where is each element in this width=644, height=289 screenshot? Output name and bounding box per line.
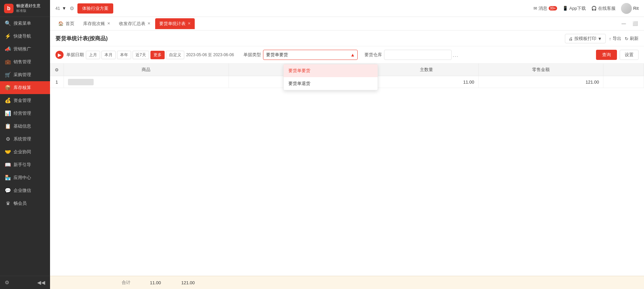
sidebar-item-企业协同[interactable]: 🤝企业协同 [0, 146, 50, 158]
gear-icon[interactable]: ⚙ [70, 5, 74, 12]
sidebar-icon: 🛒 [5, 72, 11, 78]
sidebar-item-经营管理[interactable]: 📊经营管理 [0, 107, 50, 120]
topbar-left: 41 ▼ ⚙ 体验行业方案 [55, 3, 113, 14]
tab-order-stats-close[interactable]: ✕ [188, 21, 191, 26]
app-download-label: App下载 [569, 5, 586, 12]
chevron-down-icon[interactable]: ▼ [62, 6, 66, 11]
tabbar-right: — ⬜ [619, 19, 640, 28]
sidebar-item-快捷导航[interactable]: ⚡快捷导航 [0, 30, 50, 43]
sidebar-item-企业微信[interactable]: 💬企业微信 [0, 184, 50, 197]
sidebar-icon: 💬 [5, 187, 11, 194]
export-button[interactable]: ↑ 导出 [609, 36, 622, 42]
sidebar-item-库存核算[interactable]: 📦库存核算 [0, 81, 50, 94]
edition-label: 标准版 [16, 8, 41, 13]
sidebar-item-应用中心[interactable]: 🏪应用中心 [0, 171, 50, 184]
table-footer: 合计 11.00 121.00 [50, 276, 644, 289]
avatar [621, 3, 632, 14]
tab-receipt-summary-close[interactable]: ✕ [147, 21, 150, 26]
type-filter-arrow[interactable]: ▲ [350, 52, 355, 58]
th-qty: 主数量 [375, 64, 478, 76]
sidebar-item-畅会员[interactable]: ♛畅会员 [0, 197, 50, 210]
filter-expand-button[interactable]: ▶ [55, 51, 64, 59]
sidebar-icon: 🏪 [5, 175, 11, 181]
logo-text-block: 畅捷通好生意 标准版 [16, 3, 41, 14]
footer-qty: 11.00 [130, 280, 161, 285]
sidebar-item-采购管理[interactable]: 🛒采购管理 [0, 68, 50, 81]
sidebar-icon: ♛ [5, 200, 11, 206]
type-filter-group: 单据类型 ▲ [243, 50, 355, 60]
warehouse-filter-label: 要货仓库 [364, 52, 382, 58]
tab-minimize[interactable]: — [619, 19, 628, 28]
messages-action[interactable]: ✉ 消息 99+ [533, 5, 557, 12]
tab-receipt-summary-label: 收发存汇总表 [119, 21, 145, 27]
tab-order-stats[interactable]: 要货单统计表 ✕ [155, 18, 195, 29]
sidebar-item-资金管理[interactable]: 💰资金管理 [0, 94, 50, 107]
sidebar-icon: 💰 [5, 97, 11, 104]
print-button[interactable]: 🖨 按模板打印 ▼ [565, 34, 606, 43]
table-wrapper: ⚙ 商品 主计量单位 主数量 零售金额 1 ████ 块 11.00 121.0 [50, 64, 644, 276]
date-buttons: 上月 本月 本年 近7天 更多 自定义 [86, 51, 184, 59]
setting-button[interactable]: 设置 [620, 50, 639, 60]
type-filter-input[interactable] [263, 50, 358, 60]
sidebar-icon: ⚡ [5, 33, 11, 39]
user-avatar[interactable]: Rit [621, 3, 639, 14]
refresh-button[interactable]: ↻ 刷新 [625, 36, 639, 42]
topbar-right: ✉ 消息 99+ 📱 App下载 🎧 在线客服 Rit [533, 3, 639, 14]
tab-receipt-summary[interactable]: 收发存汇总表 ✕ [115, 18, 154, 29]
sidebar-icon: 📖 [5, 162, 11, 168]
sidebar-icon: 📋 [5, 123, 11, 129]
sidebar-item-新手引导[interactable]: 📖新手引导 [0, 158, 50, 171]
collapse-icon[interactable]: ◀◀ [37, 280, 45, 286]
sidebar-item-销售管理[interactable]: 💼销售管理 [0, 55, 50, 68]
7days-btn[interactable]: 近7天 [133, 51, 149, 59]
tab-inventory-batch[interactable]: 库存批次账 ✕ [79, 18, 114, 29]
online-service-action[interactable]: 🎧 在线客服 [591, 5, 616, 12]
trial-button[interactable]: 体验行业方案 [77, 3, 113, 14]
dropdown-item-1[interactable]: 要货单退货 [284, 77, 378, 90]
refresh-icon: ↻ [625, 36, 628, 41]
sidebar-item-营销推广[interactable]: 📣营销推广 [0, 43, 50, 55]
cur-month-btn[interactable]: 本月 [101, 51, 116, 59]
type-dropdown: 要货单要货 要货单退货 [283, 64, 378, 90]
th-extra [603, 64, 644, 76]
sidebar-item-系统管理[interactable]: ⚙系统管理 [0, 133, 50, 146]
filter-bar: ▶ 单据日期 上月 本月 本年 近7天 更多 自定义 2023-05-06 至 … [50, 46, 644, 64]
warehouse-filter-input[interactable] [384, 50, 452, 60]
content-area: 要货单统计表(按商品) 🖨 按模板打印 ▼ ↑ 导出 ↻ 刷新 [50, 30, 644, 289]
query-button[interactable]: 查询 [596, 50, 617, 60]
dropdown-item-0[interactable]: 要货单要货 [284, 64, 378, 77]
tab-maximize[interactable]: ⬜ [630, 19, 640, 28]
settings-icon[interactable]: ⚙ [5, 280, 9, 286]
sidebar-item-基础信息[interactable]: 📋基础信息 [0, 120, 50, 133]
page: 要货单统计表(按商品) 🖨 按模板打印 ▼ ↑ 导出 ↻ 刷新 [50, 30, 644, 289]
more-btn[interactable]: 更多 [150, 51, 165, 59]
tab-home[interactable]: 🏠 首页 [54, 18, 78, 29]
messages-label: 消息 [539, 5, 547, 12]
tab-inventory-batch-close[interactable]: ✕ [107, 21, 110, 26]
prev-month-btn[interactable]: 上月 [86, 51, 100, 59]
custom-btn[interactable]: 自定义 [166, 51, 184, 59]
printer-icon: 🖨 [569, 36, 573, 41]
tab-order-stats-label: 要货单统计表 [159, 21, 186, 27]
headset-icon: 🎧 [591, 6, 597, 11]
phone-icon: 📱 [563, 6, 568, 11]
warehouse-dots[interactable]: … [452, 51, 458, 59]
tab-inventory-batch-label: 库存批次账 [83, 21, 105, 27]
th-amount: 零售金额 [478, 64, 603, 76]
home-icon: 🏠 [58, 21, 64, 26]
main-area: 41 ▼ ⚙ 体验行业方案 ✉ 消息 99+ 📱 App下载 🎧 在线客服 [50, 0, 644, 289]
sidebar-icon: 🔍 [5, 20, 11, 26]
sidebar-item-搜索菜单[interactable]: 🔍搜索菜单 [0, 17, 50, 30]
sidebar-scroll: 🔍搜索菜单⚡快捷导航📣营销推广💼销售管理🛒采购管理📦库存核算💰资金管理📊经营管理… [0, 17, 50, 276]
date-filter-group: 单据日期 上月 本月 本年 近7天 更多 自定义 2023-05-06 至 20… [66, 51, 234, 59]
logo-icon: b [4, 4, 14, 13]
company-id: 41 [55, 6, 60, 11]
app-download-action[interactable]: 📱 App下载 [563, 5, 586, 12]
type-filter-label: 单据类型 [243, 52, 261, 58]
print-label: 按模板打印 [574, 36, 596, 42]
cur-year-btn[interactable]: 本年 [117, 51, 131, 59]
th-settings[interactable]: ⚙ [50, 64, 64, 76]
print-arrow: ▼ [598, 36, 602, 41]
page-actions: 🖨 按模板打印 ▼ ↑ 导出 ↻ 刷新 [565, 34, 639, 43]
sidebar-logo: b 畅捷通好生意 标准版 [0, 0, 50, 17]
